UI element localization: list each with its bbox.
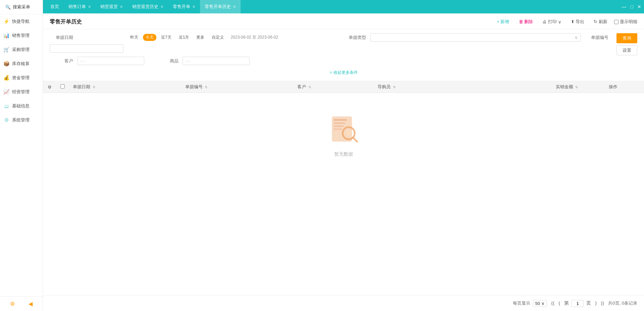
nav-prev[interactable]: ⟨: [557, 300, 561, 307]
base-info-icon: 🗂: [3, 103, 9, 109]
add-button[interactable]: + 新增: [494, 17, 512, 26]
sidebar-item-quick-nav[interactable]: ⚡ 快捷导航: [0, 14, 43, 29]
product-input[interactable]: ···: [183, 57, 250, 65]
export-button[interactable]: ⬆ 导出: [568, 17, 587, 26]
tab-sales-order[interactable]: 销售订单 ✕: [64, 0, 96, 13]
empty-row: 暂无数据: [43, 93, 644, 171]
sidebar-item-purchase-mgmt[interactable]: 🛒 采购管理: [0, 43, 43, 57]
sort-amount-icon: ⇅: [575, 85, 578, 89]
show-detail-input[interactable]: [614, 20, 618, 24]
per-page-value: 50: [535, 301, 540, 306]
filter-row-1: 单据日期 昨天 今天 近7天 近1月 更多 自定义 2023-06-02 至 2…: [50, 33, 637, 55]
date-custom-btn[interactable]: 自定义: [209, 34, 227, 41]
date-yesterday-btn[interactable]: 昨天: [128, 34, 141, 41]
close-tab-sales-return-history[interactable]: ✕: [160, 5, 163, 9]
inventory-icon: 📦: [3, 61, 9, 67]
sidebar-item-base-info[interactable]: 🗂 基础信息: [0, 99, 43, 113]
collapse-more-btn[interactable]: ∧ 收起更多条件: [50, 68, 637, 77]
order-number-label: 单据编号: [585, 35, 608, 41]
th-action-label: 操作: [609, 84, 617, 89]
setup-button[interactable]: 设置: [616, 45, 637, 55]
delete-button[interactable]: 🗑 删除: [516, 17, 536, 26]
page-input[interactable]: [572, 300, 584, 307]
show-detail-checkbox[interactable]: 显示明细: [614, 19, 637, 25]
date-filter-group: 昨天 今天 近7天 近1月 更多 自定义 2023-06-02 至 2023-0…: [128, 34, 339, 41]
page-title: 零售开单历史: [50, 18, 82, 25]
sort-customer-icon: ⇅: [308, 85, 311, 89]
print-arrow-icon: ∨: [558, 19, 561, 24]
select-all-checkbox[interactable]: [60, 84, 65, 89]
sidebar-item-label: 采购管理: [12, 47, 30, 53]
nav-next[interactable]: ⟩: [594, 300, 598, 307]
sidebar-item-finance[interactable]: 💰 资金管理: [0, 71, 43, 85]
date-today-btn[interactable]: 今天: [143, 34, 156, 41]
customer-placeholder: ···: [80, 58, 86, 63]
sidebar-settings-button[interactable]: ⚙: [10, 301, 15, 307]
sidebar-item-inventory[interactable]: 📦 库存核算: [0, 57, 43, 71]
date-label: 单据日期: [50, 35, 73, 41]
empty-text: 暂无数据: [334, 151, 353, 157]
close-tab-sales-order[interactable]: ✕: [88, 5, 91, 9]
sort-date-icon: ⇅: [93, 85, 95, 89]
maximize-button[interactable]: □: [631, 4, 633, 9]
sidebar-search-label: 搜索采单: [13, 4, 30, 10]
operations-icon: 📈: [3, 89, 9, 95]
tab-sales-return[interactable]: 销货退货 ✕: [96, 0, 128, 13]
th-settings[interactable]: ⚙: [43, 81, 56, 93]
close-tab-sales-return[interactable]: ✕: [120, 5, 123, 9]
th-customer[interactable]: 客户 ⇅: [293, 81, 374, 93]
table-container: ⚙ 单据日期 ⇅ 单据编号 ⇅: [43, 81, 644, 295]
query-setup-col: 查询 设置: [616, 33, 637, 55]
sidebar-search[interactable]: 🔍 搜索采单: [0, 0, 43, 14]
sidebar-item-sales-mgmt[interactable]: 📊 销售管理: [0, 29, 43, 43]
product-placeholder: ···: [186, 58, 191, 63]
tab-retail-open-history[interactable]: 零售开单历史 ✕: [200, 0, 241, 13]
svg-point-7: [346, 131, 351, 136]
close-button[interactable]: ✕: [637, 4, 641, 9]
tab-retail-open[interactable]: 零售开单 ✕: [168, 0, 200, 13]
customer-input[interactable]: ···: [77, 57, 144, 65]
per-page-label: 每页显示: [513, 300, 530, 306]
sidebar-collapse-button[interactable]: ◀: [29, 301, 33, 307]
close-tab-retail-open[interactable]: ✕: [192, 5, 195, 9]
sidebar-item-label: 库存核算: [12, 61, 30, 67]
date-more-btn[interactable]: 更多: [194, 34, 207, 41]
order-number-input[interactable]: [50, 44, 123, 53]
th-number-label: 单据编号: [185, 84, 203, 89]
tab-bar: 首页 销售订单 ✕ 销货退货 ✕ 销货退货历史 ✕ 零售开单 ✕ 零售开单历史 …: [43, 0, 644, 13]
th-amount-label: 实销金额: [556, 84, 573, 89]
date-last7-btn[interactable]: 近7天: [158, 34, 174, 41]
table-body: 暂无数据: [43, 93, 644, 171]
purchase-mgmt-icon: 🛒: [3, 47, 9, 53]
sidebar-item-system-mgmt[interactable]: ⚙ 系统管理: [0, 113, 43, 127]
svg-line-6: [353, 138, 357, 142]
th-customer-label: 客户: [297, 84, 306, 89]
refresh-button[interactable]: ↻ 刷新: [591, 17, 610, 26]
order-type-select[interactable]: ∨: [370, 33, 581, 42]
date-last-month-btn[interactable]: 近1月: [176, 34, 192, 41]
print-button[interactable]: 🖨 打印 ∨: [540, 17, 564, 26]
order-type-label: 单据类型: [343, 35, 366, 41]
empty-icon: [327, 113, 360, 147]
th-date[interactable]: 单据日期 ⇅: [69, 81, 181, 93]
collapse-more-label: ∧ 收起更多条件: [329, 70, 358, 75]
nav-first[interactable]: ⟨⟨: [550, 300, 556, 307]
close-tab-retail-open-history[interactable]: ✕: [233, 5, 236, 9]
sidebar-item-operations[interactable]: 📈 经营管理: [0, 85, 43, 99]
th-amount[interactable]: 实销金额 ⇅: [470, 81, 582, 93]
data-table: ⚙ 单据日期 ⇅ 单据编号 ⇅: [43, 81, 644, 171]
th-checkbox[interactable]: [56, 81, 69, 93]
per-page-select[interactable]: 50 ∨: [533, 300, 547, 307]
nav-last[interactable]: ⟩⟩: [599, 300, 605, 307]
sort-salesperson-icon: ⇅: [393, 85, 396, 89]
tab-home[interactable]: 首页: [46, 0, 64, 13]
query-button[interactable]: 查询: [616, 33, 637, 43]
tab-sales-return-history[interactable]: 销货退货历史 ✕: [128, 0, 168, 13]
minimize-button[interactable]: —: [622, 4, 627, 9]
th-salesperson[interactable]: 导购员 ⇅: [374, 81, 470, 93]
th-number[interactable]: 单据编号 ⇅: [181, 81, 294, 93]
empty-state: 暂无数据: [43, 93, 644, 171]
toolbar: + 新增 🗑 删除 🖨 打印 ∨ ⬆ 导出 ↻ 刷新 显示明细: [494, 17, 637, 26]
quick-nav-icon: ⚡: [3, 18, 9, 24]
sidebar-item-label: 经营管理: [12, 89, 30, 95]
